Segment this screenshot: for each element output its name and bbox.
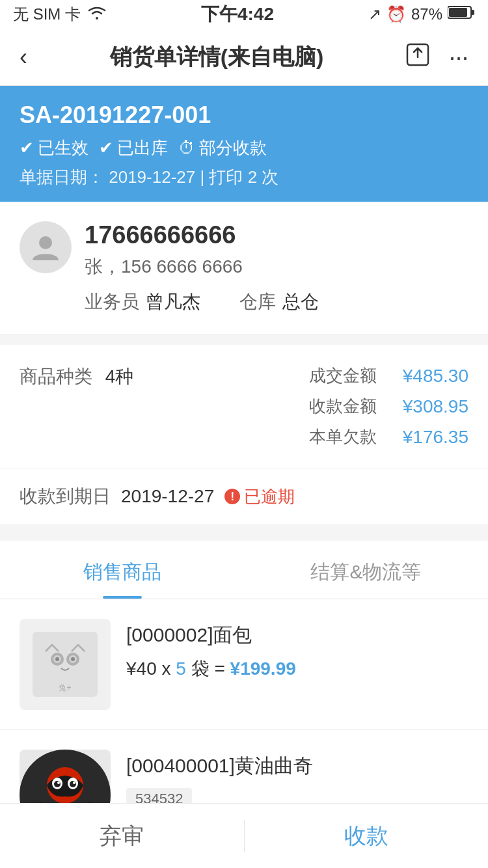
status-time: 下午4:42	[201, 2, 274, 27]
svg-rect-1	[471, 10, 474, 15]
status-shipped: ✔ 已出库	[99, 137, 168, 159]
check-icon-effective: ✔	[20, 138, 34, 158]
tab-sales-products[interactable]: 销售商品	[0, 541, 244, 599]
salesperson-label: 业务员	[85, 290, 139, 314]
product-name-bread: [0000002]面包	[126, 621, 468, 649]
transaction-label: 成交金额	[309, 364, 377, 387]
received-label: 收款金额	[309, 395, 377, 418]
action-bar: 弃审 收款	[0, 803, 488, 868]
warehouse-value: 总仓	[282, 290, 319, 314]
due-section: 收款到期日 2019-12-27 ! 已逾期	[0, 468, 488, 525]
salesperson-value: 曾凡杰	[146, 290, 200, 314]
nav-title: 销货单详情(来自电脑)	[110, 42, 324, 72]
status-left: 无 SIM 卡	[13, 4, 107, 25]
overdue-text: 已逾期	[244, 485, 295, 508]
overdue-badge: ! 已逾期	[224, 485, 295, 508]
cancel-button[interactable]: 弃审	[0, 808, 244, 864]
customer-phone: 17666666666	[85, 221, 468, 249]
received-row: 收款金额 ¥308.95	[309, 395, 468, 418]
customer-section: 17666666666 张，156 6666 6666 业务员 曾凡杰 仓库 总…	[0, 202, 488, 334]
back-button[interactable]: ‹	[20, 44, 27, 71]
share-icon[interactable]	[406, 43, 429, 71]
product-info-bread: [0000002]面包 ¥40 x 5 袋 = ¥199.99	[126, 619, 468, 681]
order-date: 单据日期： 2019-12-27 | 打印 2 次	[20, 166, 468, 189]
nav-bar: ‹ 销货单详情(来自电脑) ···	[0, 29, 488, 86]
battery-text: 87%	[411, 5, 442, 23]
status-right: ↗ ⏰ 87%	[368, 5, 475, 23]
customer-info: 17666666666 张，156 6666 6666 业务员 曾凡杰 仓库 总…	[85, 221, 468, 314]
divider-2	[0, 525, 488, 536]
status-bar: 无 SIM 卡 下午4:42 ↗ ⏰ 87%	[0, 0, 488, 29]
product-name-cookie: [000400001]黄油曲奇	[126, 752, 468, 780]
transaction-value: ¥485.30	[403, 366, 468, 387]
status-effective: ✔ 已生效	[20, 137, 88, 159]
tab-settlement[interactable]: 结算&物流等	[244, 541, 488, 599]
svg-point-18	[54, 781, 61, 787]
debt-label: 本单欠款	[309, 426, 377, 448]
confirm-button[interactable]: 收款	[245, 808, 489, 864]
warehouse-label: 仓库	[239, 290, 276, 314]
product-image-bread: 兔+	[20, 619, 111, 710]
order-status-row: ✔ 已生效 ✔ 已出库 ⏱ 部分收款	[20, 137, 468, 159]
svg-text:兔+: 兔+	[59, 683, 71, 692]
overdue-icon: !	[224, 489, 240, 504]
wifi-icon	[87, 5, 107, 23]
order-id: SA-20191227-001	[20, 102, 468, 129]
customer-name: 张，156 6666 6666	[85, 254, 468, 279]
product-kind-label: 商品种类	[20, 366, 92, 387]
clock-icon: ⏱	[178, 138, 195, 158]
product-kind-value: 4种	[105, 366, 134, 387]
product-item: 兔+ [0000002]面包 ¥40 x 5 袋 = ¥199.99	[0, 599, 488, 730]
summary-right: 成交金额 ¥485.30 收款金额 ¥308.95 本单欠款 ¥176.35	[309, 364, 468, 448]
due-date: 2019-12-27	[121, 486, 214, 507]
customer-meta: 业务员 曾凡杰 仓库 总仓	[85, 290, 468, 314]
transaction-row: 成交金额 ¥485.30	[309, 364, 468, 387]
salesperson-info: 业务员 曾凡杰	[85, 290, 200, 314]
svg-point-19	[70, 781, 76, 787]
svg-point-11	[71, 657, 75, 661]
avatar	[20, 221, 72, 273]
svg-point-10	[55, 657, 59, 661]
summary-section: 商品种类 4种 成交金额 ¥485.30 收款金额 ¥308.95 本单欠款 ¥…	[0, 345, 488, 468]
product-price-bread: ¥40 x 5 袋 = ¥199.99	[126, 657, 468, 681]
warehouse-info: 仓库 总仓	[239, 290, 319, 314]
summary-left: 商品种类 4种	[20, 364, 133, 389]
received-value: ¥308.95	[403, 396, 468, 417]
svg-point-20	[57, 781, 60, 784]
alarm-icon: ⏰	[386, 5, 406, 23]
debt-value: ¥176.35	[403, 427, 468, 448]
battery-icon	[448, 5, 475, 23]
divider-1	[0, 334, 488, 345]
tabs-row: 销售商品 结算&物流等	[0, 541, 488, 599]
svg-rect-2	[449, 8, 467, 17]
location-icon: ↗	[368, 5, 381, 23]
due-label: 收款到期日	[20, 484, 111, 509]
signal-text: 无 SIM 卡	[13, 4, 81, 25]
status-payment: ⏱ 部分收款	[178, 137, 267, 159]
check-icon-shipped: ✔	[99, 138, 113, 158]
debt-row: 本单欠款 ¥176.35	[309, 426, 468, 448]
order-banner: SA-20191227-001 ✔ 已生效 ✔ 已出库 ⏱ 部分收款 单据日期：…	[0, 86, 488, 202]
more-icon[interactable]: ···	[449, 44, 468, 71]
svg-point-4	[39, 236, 52, 249]
tabs-section: 销售商品 结算&物流等	[0, 541, 488, 599]
svg-point-21	[73, 781, 75, 784]
